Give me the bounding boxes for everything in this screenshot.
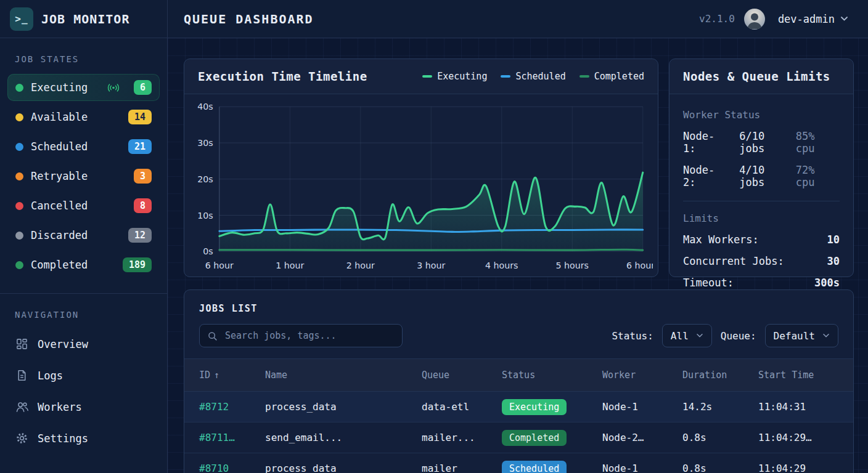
sidebar-item-overview[interactable]: Overview xyxy=(7,329,160,358)
nodes-panel-title: Nodes & Queue Limits xyxy=(683,70,830,83)
limit-value: 10 xyxy=(827,233,840,246)
worker-name: Node-2: xyxy=(683,164,727,188)
brand-title: JOB MONITOR xyxy=(41,12,129,26)
sidebar-item-logs[interactable]: Logs xyxy=(7,361,160,390)
worker-status-row: Node-1:6/10 jobs85% cpu xyxy=(683,130,840,155)
state-dot xyxy=(15,261,23,269)
queue-filter-select[interactable]: Default xyxy=(765,324,838,347)
column-label: Name xyxy=(265,370,287,381)
state-label: Available xyxy=(31,111,88,123)
queue-filter-label: Queue: xyxy=(721,330,756,342)
job-id[interactable]: #8711… xyxy=(184,422,264,453)
status-filter-label: Status: xyxy=(612,330,653,342)
jobs-list-title: JOBS LIST xyxy=(184,290,853,314)
state-dot xyxy=(15,202,23,210)
navigation-list: OverviewLogsWorkersSettings xyxy=(0,329,167,453)
nav-item-label: Settings xyxy=(38,432,88,445)
legend-swatch xyxy=(501,75,510,78)
sidebar-state-completed[interactable]: Completed189 xyxy=(7,251,160,278)
state-label: Discarded xyxy=(31,229,88,241)
nodes-panel-body: Worker Status Node-1:6/10 jobs85% cpuNod… xyxy=(669,94,853,289)
chart-panel-header: Execution Time Timeline ExecutingSchedul… xyxy=(184,59,658,94)
chart-legend: ExecutingScheduledCompleted xyxy=(422,71,644,82)
job-start-time: 11:04:29… xyxy=(758,422,854,453)
state-label: Scheduled xyxy=(31,140,88,153)
search-box[interactable] xyxy=(199,324,403,347)
job-name: send_email... xyxy=(264,422,421,453)
worker-name: Node-1: xyxy=(683,130,727,155)
legend-swatch xyxy=(422,75,432,78)
column-header-queue[interactable]: Queue xyxy=(421,359,501,392)
worker-status-label: Worker Status xyxy=(683,109,840,121)
filters: Status:AllQueue:Default xyxy=(612,324,838,347)
legend-item-scheduled: Scheduled xyxy=(501,71,565,82)
column-header-start-time[interactable]: Start Time xyxy=(758,359,854,392)
terminal-icon: >_ xyxy=(10,7,33,31)
column-header-worker[interactable]: Worker xyxy=(602,359,682,392)
worker-cpu: 85% cpu xyxy=(796,130,840,155)
status-badge: Scheduled xyxy=(502,461,567,473)
avatar[interactable] xyxy=(744,9,765,30)
overview-icon xyxy=(15,338,28,350)
search-icon xyxy=(207,331,218,341)
job-row-8710[interactable]: #8710process_datamailerScheduledNode-10.… xyxy=(184,453,854,473)
limit-value: 30 xyxy=(827,255,840,267)
logs-icon xyxy=(15,369,28,382)
svg-text:3 hour: 3 hour xyxy=(417,261,445,270)
column-header-name[interactable]: Name xyxy=(264,359,421,392)
job-queue: mailer... xyxy=(421,422,501,453)
state-label: Completed xyxy=(31,259,88,271)
job-row-8711[interactable]: #8711…send_email...mailer...CompletedNod… xyxy=(184,422,854,453)
svg-text:1 hour: 1 hour xyxy=(276,261,304,270)
svg-text:30s: 30s xyxy=(197,138,213,148)
job-worker: Node-2… xyxy=(602,422,682,453)
jobs-table-body: #8712process_datadata-etlExecutingNode-1… xyxy=(184,392,854,473)
main-content: Execution Time Timeline ExecutingSchedul… xyxy=(168,38,868,473)
sidebar-item-workers[interactable]: Workers xyxy=(7,392,160,421)
limit-label: Concurrent Jobs: xyxy=(683,255,784,267)
column-header-duration[interactable]: Duration xyxy=(682,359,758,392)
state-count-badge: 6 xyxy=(134,80,152,95)
svg-text:6 hours: 6 hours xyxy=(626,261,653,270)
column-header-id[interactable]: ID↑ xyxy=(184,359,264,392)
job-row-8712[interactable]: #8712process_datadata-etlExecutingNode-1… xyxy=(184,392,854,422)
chart-body: 0s10s20s30s40s6 hour1 hour2 hour3 hour4 … xyxy=(184,94,658,277)
search-input[interactable] xyxy=(224,329,395,342)
brand: >_ JOB MONITOR xyxy=(0,0,168,38)
job-start-time: 11:04:31 xyxy=(758,392,854,422)
svg-text:5 hours: 5 hours xyxy=(555,261,589,270)
limit-row: Max Workers:10 xyxy=(683,233,840,246)
column-label: Worker xyxy=(602,370,636,381)
job-id[interactable]: #8712 xyxy=(184,392,264,422)
sidebar-state-cancelled[interactable]: Cancelled8 xyxy=(7,192,160,219)
column-header-status[interactable]: Status xyxy=(501,359,602,392)
job-status-cell: Scheduled xyxy=(501,453,602,473)
column-label: Start Time xyxy=(758,370,814,381)
sidebar-state-executing[interactable]: Executing6 xyxy=(7,74,160,101)
timeline-chart: 0s10s20s30s40s6 hour1 hour2 hour3 hour4 … xyxy=(187,98,653,277)
jobs-table-header: ID↑NameQueueStatusWorkerDurationStart Ti… xyxy=(184,359,854,392)
legend-label: Scheduled xyxy=(515,71,565,82)
user-menu[interactable]: dev-admin xyxy=(774,12,852,26)
selected-value: All xyxy=(671,330,689,342)
job-id[interactable]: #8710 xyxy=(184,453,264,473)
job-queue: mailer xyxy=(421,453,501,473)
nodes-queue-limits-panel: Nodes & Queue Limits Worker Status Node-… xyxy=(669,59,854,277)
jobs-list-panel: JOBS LIST Status:AllQueue:Default ID↑Nam… xyxy=(184,289,854,473)
status-filter-select[interactable]: All xyxy=(662,324,712,347)
state-count-badge: 8 xyxy=(134,198,152,213)
status-badge: Completed xyxy=(502,430,567,446)
sidebar-state-discarded[interactable]: Discarded12 xyxy=(7,222,160,249)
nav-item-label: Logs xyxy=(38,370,63,382)
state-label: Retryable xyxy=(31,170,88,182)
sidebar-item-settings[interactable]: Settings xyxy=(7,424,160,453)
sidebar-state-available[interactable]: Available14 xyxy=(7,103,160,131)
worker-cpu: 72% cpu xyxy=(796,164,840,188)
sidebar-state-scheduled[interactable]: Scheduled21 xyxy=(7,133,160,160)
limits-label: Limits xyxy=(683,212,840,224)
job-status-cell: Executing xyxy=(501,392,602,422)
nodes-panel-divider xyxy=(683,201,840,201)
legend-item-completed: Completed xyxy=(579,71,644,82)
state-count-badge: 14 xyxy=(128,110,152,124)
sidebar-state-retryable[interactable]: Retryable3 xyxy=(7,163,160,190)
